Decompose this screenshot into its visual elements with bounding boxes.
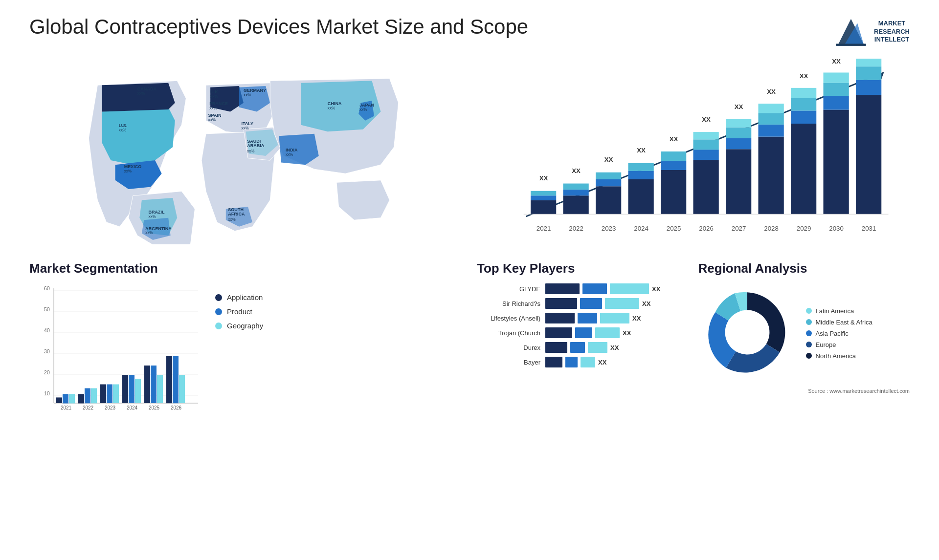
reg-legend-mea: Middle East & Africa xyxy=(806,319,872,326)
svg-rect-64 xyxy=(693,139,719,150)
reg-dot-apac xyxy=(806,330,812,336)
legend-dot-application xyxy=(215,294,222,301)
svg-rect-2 xyxy=(836,44,866,46)
svg-rect-129 xyxy=(144,366,150,403)
svg-rect-134 xyxy=(173,356,179,403)
svg-rect-113 xyxy=(56,397,62,403)
player-row-glyde: GLYDE XX xyxy=(477,283,689,294)
seg-chart-svg-wrap: 60 50 40 30 20 10 xyxy=(29,283,205,422)
svg-rect-87 xyxy=(824,96,849,110)
svg-text:10: 10 xyxy=(44,390,50,396)
svg-rect-89 xyxy=(824,73,849,83)
svg-text:2023: 2023 xyxy=(602,225,616,232)
svg-rect-126 xyxy=(129,375,134,403)
svg-text:ARABIA: ARABIA xyxy=(247,143,265,148)
legend-label-product: Product xyxy=(227,307,252,316)
svg-rect-131 xyxy=(157,375,163,403)
svg-rect-49 xyxy=(596,172,621,179)
svg-rect-115 xyxy=(69,394,75,403)
reg-legend-latin: Latin America xyxy=(806,307,872,315)
svg-text:XX: XX xyxy=(767,88,776,95)
svg-rect-95 xyxy=(856,59,881,66)
reg-label-latin: Latin America xyxy=(816,307,854,315)
player-xx-lifestyles: XX xyxy=(632,315,641,322)
svg-text:XX: XX xyxy=(832,59,841,65)
svg-text:XX: XX xyxy=(637,147,646,154)
logo-container: MARKET RESEARCH INTELLECT xyxy=(834,15,910,49)
map-section: CANADA xx% U.S. xx% MEXICO xx% BRAZIL xx… xyxy=(29,59,462,246)
source-text: Source : www.marketresearchintellect.com xyxy=(698,388,910,394)
player-row-trojan: Trojan (Church XX xyxy=(477,327,689,338)
svg-text:CHINA: CHINA xyxy=(328,101,342,106)
svg-text:xx%: xx% xyxy=(209,106,217,110)
seg-legend: Application Product Geography xyxy=(215,283,263,330)
player-row-sir-richards: Sir Richard?s XX xyxy=(477,298,689,309)
svg-rect-121 xyxy=(100,385,106,404)
player-name-lifestyles: Lifestyles (Ansell) xyxy=(477,315,540,322)
svg-text:2022: 2022 xyxy=(569,225,583,232)
svg-text:30: 30 xyxy=(44,348,50,354)
player-bar-bayer: XX xyxy=(545,357,606,367)
svg-rect-62 xyxy=(693,160,719,214)
svg-rect-86 xyxy=(824,110,849,215)
svg-rect-93 xyxy=(856,80,881,95)
regional-title: Regional Analysis xyxy=(698,261,910,276)
svg-text:2030: 2030 xyxy=(829,225,844,232)
donut-container: Latin America Middle East & Africa Asia … xyxy=(698,283,910,383)
svg-text:xx%: xx% xyxy=(228,217,235,222)
svg-rect-42 xyxy=(563,195,589,214)
svg-text:2026: 2026 xyxy=(171,405,182,410)
legend-dot-product xyxy=(215,308,222,315)
svg-rect-74 xyxy=(759,137,784,215)
svg-rect-135 xyxy=(179,375,185,403)
svg-text:50: 50 xyxy=(44,306,50,312)
svg-text:2025: 2025 xyxy=(667,225,681,232)
player-name-trojan: Trojan (Church xyxy=(477,329,540,337)
svg-rect-43 xyxy=(563,190,589,195)
page-container: Global Contraceptives Devices Market Siz… xyxy=(0,0,939,437)
svg-text:xx%: xx% xyxy=(145,231,153,235)
reg-dot-europe xyxy=(806,342,812,347)
svg-text:GERMANY: GERMANY xyxy=(244,88,266,93)
main-content: CANADA xx% U.S. xx% MEXICO xx% BRAZIL xx… xyxy=(29,59,910,422)
svg-rect-130 xyxy=(151,366,156,403)
players-section: Top Key Players GLYDE XX Sir Richard?s xyxy=(477,261,689,422)
player-name-bayer: Bayer xyxy=(477,359,540,366)
legend-label-geography: Geography xyxy=(227,322,263,330)
svg-text:xx%: xx% xyxy=(210,94,218,99)
svg-text:40: 40 xyxy=(44,327,50,333)
svg-rect-76 xyxy=(759,113,784,125)
svg-text:2022: 2022 xyxy=(83,405,94,410)
svg-text:2024: 2024 xyxy=(127,405,138,410)
player-xx-bayer: XX xyxy=(598,359,606,366)
svg-text:xx%: xx% xyxy=(241,126,248,130)
svg-rect-68 xyxy=(726,149,751,214)
svg-text:2029: 2029 xyxy=(797,225,811,232)
svg-text:xx%: xx% xyxy=(119,128,126,132)
svg-text:ITALY: ITALY xyxy=(241,121,253,126)
svg-text:xx%: xx% xyxy=(244,93,251,97)
svg-rect-127 xyxy=(135,379,141,403)
player-row-durex: Durex XX xyxy=(477,342,689,353)
svg-text:MEXICO: MEXICO xyxy=(124,164,142,169)
svg-rect-75 xyxy=(759,125,784,137)
svg-text:xx%: xx% xyxy=(247,149,254,153)
svg-text:XX: XX xyxy=(670,135,678,143)
legend-item-application: Application xyxy=(215,293,263,302)
svg-text:JAPAN: JAPAN xyxy=(359,103,374,108)
legend-label-application: Application xyxy=(227,293,263,302)
world-map-svg: CANADA xx% U.S. xx% MEXICO xx% BRAZIL xx… xyxy=(29,59,462,244)
svg-rect-125 xyxy=(122,375,128,403)
svg-text:XX: XX xyxy=(572,167,581,174)
logo-icon xyxy=(834,15,868,49)
svg-rect-63 xyxy=(693,150,719,160)
map-wrapper: CANADA xx% U.S. xx% MEXICO xx% BRAZIL xx… xyxy=(29,59,462,244)
player-xx-trojan: XX xyxy=(623,329,631,337)
bar-chart-section: XX 2021 XX 2022 XX 2023 XX 2024 xyxy=(477,59,910,246)
player-name-glyde: GLYDE xyxy=(477,285,540,293)
svg-rect-65 xyxy=(693,132,719,139)
legend-item-product: Product xyxy=(215,307,263,316)
svg-text:xx%: xx% xyxy=(124,169,132,173)
svg-text:xx%: xx% xyxy=(328,106,335,110)
donut-chart xyxy=(698,283,796,381)
